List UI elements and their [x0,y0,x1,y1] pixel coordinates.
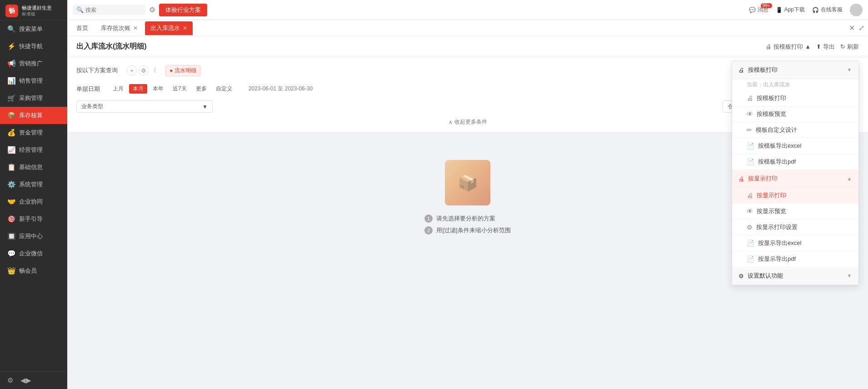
tab-home[interactable]: 首页 [71,21,94,35]
headset-icon: 🎧 [812,7,819,13]
dp-template-preview-item[interactable]: 👁 按模板预览 [732,106,858,122]
empty-illustration: 📦 [445,160,490,205]
sidebar-item-sales[interactable]: 📊 销售管理 [0,72,67,90]
sidebar-label-coop: 企业协同 [19,198,43,206]
dp-display-preview-item[interactable]: 👁 按显示预览 [732,204,858,219]
tabs-bar: 首页 库存批次账 ✕ 出入库流水 ✕ ✕ ⤢ [67,20,868,36]
sidebar-item-coop[interactable]: 🤝 企业协同 [0,193,67,210]
collapse-sidebar-icon[interactable]: ◀▶ [20,376,31,384]
date-tab-7days[interactable]: 近7天 [169,84,190,94]
print-chevron-icon: ▲ [805,43,811,50]
dp-default-section-header[interactable]: ⚙ 设置默认功能 ▼ [732,267,858,285]
step-1-num: 1 [424,214,433,223]
message-btn[interactable]: 💬 消息 99+ [749,6,768,14]
sidebar-icon-appcenter: 🔲 [7,232,15,240]
empty-steps: 1 请先选择要分析的方案 2 用[过滤]条件来缩小分析范围 [424,214,510,234]
tab-batch-close[interactable]: ✕ [133,25,138,31]
settings-footer-icon[interactable]: ⚙ [7,376,13,384]
sidebar-label-system: 系统管理 [19,180,43,189]
empty-step-1: 1 请先选择要分析的方案 [424,214,510,223]
print-template-btn[interactable]: 🖨 按模板打印 ▲ [766,43,811,51]
sidebar-item-search[interactable]: 🔍 搜索菜单 [0,20,67,38]
export-btn[interactable]: ⬆ 导出 [816,43,835,51]
dp-template-excel-item[interactable]: 📄 按模板导出excel [732,138,858,154]
sidebar-icon-finance: 💰 [7,129,15,137]
print-icon: 🖨 [766,43,772,50]
tab-flow-label: 出入库流水 [150,24,180,32]
filter-settings-icon[interactable]: ⚙ [139,65,149,75]
date-tab-lastmonth[interactable]: 上月 [109,84,127,94]
dp-template-print-icon: 🖨 [738,67,744,74]
sidebar-label-operation: 经营管理 [19,146,43,154]
sidebar-item-inventory[interactable]: 📦 库存核算 [0,107,67,124]
tab-flow-close[interactable]: ✕ [183,25,187,31]
dp-template-preview-icon: 👁 [747,110,753,118]
sidebar-footer: ⚙ ◀▶ [0,371,67,389]
close-window-icon[interactable]: ✕ [849,24,855,32]
logo-icon: 畅 [5,5,18,17]
sidebar-item-base[interactable]: 📋 基础信息 [0,159,67,176]
biz-type-label: 业务类型 [81,103,103,110]
dp-template-custom-item[interactable]: ✏ 模板自定义设计 [732,122,858,138]
refresh-btn[interactable]: ↻ 刷新 [840,43,859,51]
sidebar-item-marketing[interactable]: 📢 营销推广 [0,55,67,72]
biz-type-select[interactable]: 业务类型 ▼ [76,100,213,113]
message-icon: 💬 [749,7,756,13]
dp-display-settings-icon: ⚙ [747,224,753,231]
sidebar-label-purchase: 采购管理 [19,94,43,102]
sidebar-item-appcenter[interactable]: 🔲 应用中心 [0,228,67,245]
logo-area: 畅 畅捷通好生意 标准版 [0,0,67,20]
gear-icon[interactable]: ⚙ [149,5,155,14]
logo-title: 畅捷通好生意 [22,5,52,11]
dp-template-print-item[interactable]: 🖨 按模板打印 [732,90,858,106]
sidebar-label-appcenter: 应用中心 [19,232,43,240]
tag-dot: ● [170,67,173,74]
search-icon: 🔍 [76,6,84,13]
topbar-search-box[interactable]: 🔍 [73,5,145,15]
sidebar-item-system[interactable]: ⚙️ 系统管理 [0,176,67,193]
dp-template-header-content: 🖨 按模板打印 [738,66,778,74]
dp-display-print-settings-item[interactable]: ⚙ 按显示打印设置 [732,219,858,235]
sidebar-icon-operation: 📈 [7,146,15,154]
filter-collapse-icon[interactable]: 《 [150,66,156,75]
date-tab-more[interactable]: 更多 [192,84,210,94]
dp-display-section-header[interactable]: 🖨 按显示打印 ▲ [732,170,858,188]
dp-template-pdf-item[interactable]: 📄 按模板导出pdf [732,154,858,170]
user-avatar[interactable] [850,4,863,16]
maximize-window-icon[interactable]: ⤢ [858,24,864,32]
add-filter-icon[interactable]: + [127,65,137,75]
date-tab-custom[interactable]: 自定义 [212,84,236,94]
sidebar-label-marketing: 营销推广 [19,60,43,68]
date-tab-thismonth[interactable]: 本月 [129,84,147,94]
dp-display-excel-label: 按显示导出excel [758,239,801,247]
sidebar-item-finance[interactable]: 💰 资金管理 [0,124,67,141]
dp-template-pdf-icon: 📄 [747,158,754,165]
date-tab-thisyear[interactable]: 本年 [149,84,167,94]
sidebar-icon-guide: 🎯 [7,215,15,223]
refresh-label: 刷新 [847,43,859,51]
dp-display-pdf-item[interactable]: 📄 按显示导出pdf [732,251,858,267]
dp-display-chevron-icon: ▲ [847,175,852,182]
search-input[interactable] [85,7,142,13]
sidebar-item-quicknav[interactable]: ⚡ 快捷导航 [0,38,67,55]
dp-template-section-header[interactable]: 🖨 按模板打印 ▼ [732,61,858,79]
app-download-btn[interactable]: 📱 App下载 [776,6,805,14]
industry-btn[interactable]: 体验行业方案 [159,4,207,16]
tab-flow[interactable]: 出入库流水 ✕ [145,21,193,35]
service-label: 在线客服 [821,6,843,14]
dp-display-excel-item[interactable]: 📄 按显示导出excel [732,235,858,251]
sidebar-label-sales: 销售管理 [19,77,43,85]
online-service-btn[interactable]: 🎧 在线客服 [812,6,843,14]
sidebar-item-guide[interactable]: 🎯 新手引导 [0,210,67,228]
collapse-filters-btn[interactable]: ∧ 收起更多条件 [449,118,487,126]
sidebar-item-vip[interactable]: 👑 畅会员 [0,262,67,279]
dp-display-print-item[interactable]: 🖨 按显示打印 [732,188,858,204]
sidebar-item-purchase[interactable]: 🛒 采购管理 [0,90,67,107]
sidebar-item-operation[interactable]: 📈 经营管理 [0,141,67,159]
tab-batch[interactable]: 库存批次账 ✕ [95,21,143,35]
page-content: 出入库流水(流水明细) 🖨 按模板打印 ▲ ⬆ 导出 ↻ 刷新 [67,36,868,389]
dp-template-chevron-icon: ▼ [847,67,852,73]
empty-icon-area: 📦 [445,160,490,205]
sidebar-item-wechat[interactable]: 💬 企业微信 [0,245,67,262]
sidebar-label-wechat: 企业微信 [19,249,43,258]
